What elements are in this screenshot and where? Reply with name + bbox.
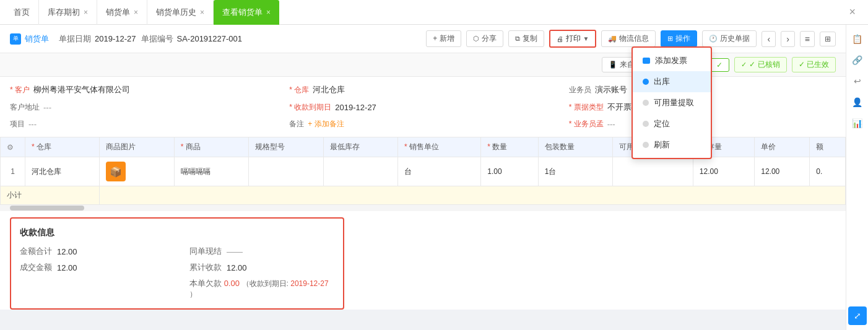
sidebar-icon-doc[interactable]: 📋	[848, 30, 867, 48]
dropdown-refresh[interactable]: 刷新	[633, 134, 711, 155]
staff-label: 业务员	[569, 85, 591, 95]
scroll-thumb[interactable]	[10, 206, 84, 211]
th-min-stock: 最低库存	[323, 137, 397, 157]
confirmed-badge: ✓ ✓ 已核销	[734, 57, 786, 72]
current-due-note: （收款到期日:	[242, 279, 291, 288]
share-button[interactable]: ⬡ 分享	[466, 30, 503, 47]
add-invoice-icon	[643, 58, 650, 64]
th-spec: 规格型号	[249, 137, 323, 157]
total-amount-value: 12.00	[57, 247, 77, 256]
dropdown-locate[interactable]: 定位	[633, 113, 711, 134]
table-row: 1 河北仓库 📦 嗝嗝嗝嗝 台 1.00 1台 12.00 12.00 0.	[1, 157, 846, 186]
cell-amount: 0.	[810, 157, 846, 186]
transaction-row: 成交金额 12.00	[20, 262, 165, 273]
tab-sales-order[interactable]: 销货单 ×	[97, 0, 147, 25]
transaction-label: 成交金额	[20, 262, 52, 273]
outbound-icon	[643, 79, 649, 85]
transaction-value: 12.00	[57, 263, 77, 272]
subtotal-row: 小计	[1, 186, 846, 205]
payment-date-field: * 收款到期日 2019-12-27	[289, 102, 556, 113]
address-field: 客户地址 ---	[10, 102, 277, 113]
total-amount-row: 金额合计 12.00	[20, 246, 165, 257]
logistics-icon: 🚚	[608, 35, 617, 43]
cumulative-label: 累计收款	[189, 262, 222, 273]
customer-value: 柳州粤港平安气体有限公司	[33, 84, 130, 95]
current-due-label: 本单欠款	[189, 279, 222, 288]
tab-close-history[interactable]: ×	[200, 8, 204, 17]
cell-unit-price: 12.00	[755, 157, 810, 186]
sidebar-icon-expand[interactable]: ⤢	[848, 306, 867, 316]
same-order-label: 同单现结	[189, 246, 222, 257]
sidebar-icon-user[interactable]: 👤	[848, 93, 867, 111]
effect-badge: ✓ 已生效	[792, 57, 836, 72]
sidebar-icon-undo[interactable]: ↩	[848, 72, 867, 90]
document-area: 单 销货单 单据日期 2019-12-27 单据编号 SA-20191227-0…	[0, 25, 846, 310]
doc-title: 单 销货单	[10, 33, 49, 45]
cell-min-stock	[323, 157, 397, 186]
doc-date-value: 2019-12-27	[95, 34, 136, 43]
dropdown-available-qty[interactable]: 可用量提取	[633, 92, 711, 113]
dropdown-menu: 添加发票 出库 可用量提取 定位 刷新	[631, 46, 712, 159]
tab-sales-history[interactable]: 销货单历史 ×	[147, 0, 214, 25]
doc-number-field: 单据编号 SA-20191227-001	[141, 33, 243, 45]
cell-qty: 1.00	[481, 157, 539, 186]
th-amount: 额	[810, 137, 846, 157]
cell-spec	[249, 157, 323, 186]
prev-button[interactable]: ‹	[762, 31, 776, 47]
copy-button[interactable]: ⧉ 复制	[508, 30, 544, 47]
layout-list-button[interactable]: ≡	[800, 31, 815, 47]
staff-value: 演示账号	[595, 84, 627, 95]
add-note-button[interactable]: + 添加备注	[308, 119, 344, 129]
th-product-img: 商品图片	[100, 137, 174, 157]
customer-field: * 客户 柳州粤港平安气体有限公司	[10, 84, 277, 95]
tab-view-sales[interactable]: 查看销货单 ×	[214, 0, 279, 25]
current-due-close: ）	[189, 290, 197, 298]
payment-grid: 金额合计 12.00 同单现结 —— 成交金额 12.00 累计收款 12.00…	[20, 246, 334, 300]
subtotal-empty	[100, 186, 846, 205]
history-button[interactable]: 🕐 历史单据	[702, 30, 757, 47]
cumulative-row: 累计收款 12.00	[189, 262, 334, 273]
sales-staff-label: * 业务员孟	[569, 119, 604, 129]
tab-close-sales[interactable]: ×	[134, 8, 138, 17]
tab-home[interactable]: 首页	[5, 0, 39, 25]
product-thumbnail: 📦	[106, 162, 126, 181]
window-close-button[interactable]: ×	[841, 6, 863, 19]
warehouse-field: * 仓库 河北仓库	[289, 84, 556, 95]
layout-grid-button[interactable]: ⊞	[820, 32, 836, 46]
phone-icon: 📱	[609, 61, 617, 69]
print-button[interactable]: 🖨 打印 ▼	[549, 30, 597, 48]
new-button[interactable]: + 新增	[426, 30, 461, 47]
sidebar-icon-chart[interactable]: 📊	[848, 114, 867, 132]
total-amount-label: 金额合计	[20, 246, 52, 257]
right-sidebar: 📋 🔗 ↩ 👤 📊 ⤢	[846, 25, 868, 316]
project-value: ---	[28, 119, 37, 129]
operation-button[interactable]: ⊞ 操作	[661, 30, 697, 47]
warehouse-value: 河北仓库	[313, 84, 345, 95]
confirmed-icon: ✓	[741, 61, 747, 69]
print-dropdown-arrow[interactable]: ▼	[583, 35, 589, 42]
customer-label: * 客户	[10, 85, 30, 95]
payment-date-label: * 收款到期日	[289, 102, 331, 113]
payment-date-value: 2019-12-27	[335, 103, 376, 112]
tab-close-view[interactable]: ×	[266, 8, 271, 17]
tab-close-inventory[interactable]: ×	[84, 8, 88, 17]
tab-inventory-init[interactable]: 库存期初 ×	[39, 0, 97, 25]
th-unit: * 销售单位	[397, 137, 480, 157]
next-button[interactable]: ›	[781, 31, 795, 47]
th-unit-price: 单价	[755, 137, 810, 157]
address-value: ---	[43, 103, 51, 112]
copy-icon: ⧉	[515, 35, 520, 43]
th-settings[interactable]: ⚙	[1, 137, 25, 157]
cell-available	[613, 157, 693, 186]
table-scroll-area[interactable]	[0, 205, 846, 211]
confirm-check-button[interactable]: ✓	[710, 58, 729, 72]
dropdown-add-invoice[interactable]: 添加发票	[633, 50, 711, 71]
note-label: 备注	[289, 119, 304, 129]
history-icon: 🕐	[709, 35, 718, 43]
logistics-button[interactable]: 🚚 物流信息	[601, 30, 656, 47]
dropdown-outbound[interactable]: 出库	[633, 71, 711, 92]
operation-icon: ⊞	[667, 35, 673, 43]
cell-pack-qty: 1台	[538, 157, 612, 186]
sidebar-icon-link[interactable]: 🔗	[848, 51, 867, 69]
cell-product: 嗝嗝嗝嗝	[174, 157, 248, 186]
